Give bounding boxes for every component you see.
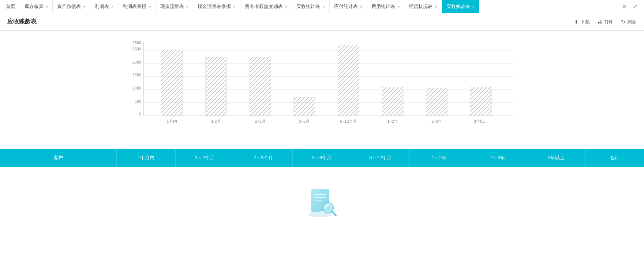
tab-bar-actions: ✕ ⤢ xyxy=(617,2,643,11)
tab-receivable-stats[interactable]: 应收统计表 × xyxy=(292,0,329,13)
table-header: 客户 1个月内 1～2个月 2～3个月 3～6个月 6～12个月 1～2年 2～… xyxy=(0,149,644,167)
window-close-icon[interactable]: ✕ xyxy=(621,2,628,11)
svg-text:2000: 2000 xyxy=(132,60,141,64)
refresh-label: 刷新 xyxy=(627,19,637,25)
tab-payable-stats-label: 应付统计表 xyxy=(334,3,358,10)
svg-text:0: 0 xyxy=(139,112,141,116)
tab-expense-stats-label: 费用统计表 xyxy=(371,3,395,10)
svg-line-29 xyxy=(332,211,336,216)
tab-profit-label: 利润表 xyxy=(95,3,109,10)
tab-receivable-stats-label: 应收统计表 xyxy=(296,3,320,10)
download-label: 下载 xyxy=(580,19,590,25)
tab-equity-close[interactable]: × xyxy=(285,4,287,9)
table-body xyxy=(0,167,644,263)
page-actions: ⬇ 下载 🖨 打印 ↻ 刷新 xyxy=(574,19,637,25)
tab-cashflow-quarterly[interactable]: 现金流量表季报 × xyxy=(193,0,240,13)
tab-receivable-stats-close[interactable]: × xyxy=(322,4,325,9)
chart-area: 0 500 1000 1500 2000 2500 2500 1月内 1-2月 xyxy=(0,31,644,149)
bar-6-12month xyxy=(338,45,359,115)
th-6-12month: 6～12个月 xyxy=(351,149,410,167)
tab-profit-quarterly[interactable]: 利润表季报 × xyxy=(118,0,156,13)
svg-text:1500: 1500 xyxy=(132,73,141,77)
tab-balance-sheet-close[interactable]: × xyxy=(83,4,85,9)
tab-expense-stats[interactable]: 费用统计表 × xyxy=(367,0,404,13)
download-icon: ⬇ xyxy=(574,19,579,25)
th-1month: 1个月内 xyxy=(117,149,175,167)
svg-text:500: 500 xyxy=(135,99,141,103)
tab-cashflow[interactable]: 现金流量表 × xyxy=(156,0,193,13)
page-header: 应收账龄表 ⬇ 下载 🖨 打印 ↻ 刷新 xyxy=(0,13,644,31)
bar-1-2month xyxy=(205,57,226,115)
svg-text:1-2月: 1-2月 xyxy=(211,119,221,123)
tab-equity-label: 所有者权益变动表 xyxy=(245,3,283,10)
tab-home[interactable]: 首页 xyxy=(1,0,20,13)
tab-cashflow-label: 现金流量表 xyxy=(160,3,184,10)
tab-receivable-aging-label: 应收账龄表 xyxy=(446,3,470,10)
svg-text:3~6月: 3~6月 xyxy=(299,119,310,123)
refresh-button[interactable]: ↻ 刷新 xyxy=(621,19,637,25)
svg-text:1~2年: 1~2年 xyxy=(387,119,398,123)
page-title: 应收账龄表 xyxy=(7,18,37,26)
bar-1month xyxy=(161,50,183,116)
th-total: 合计 xyxy=(586,149,644,167)
svg-text:6~12个月: 6~12个月 xyxy=(340,119,357,123)
svg-point-30 xyxy=(325,205,327,207)
tab-receivable-aging-close[interactable]: × xyxy=(472,4,475,9)
tab-inventory[interactable]: 库存核算 × xyxy=(20,0,53,13)
refresh-icon: ↻ xyxy=(621,19,625,25)
th-3-6month: 3～6个月 xyxy=(293,149,351,167)
tab-inventory-label: 库存核算 xyxy=(25,3,44,10)
tab-operation-label: 经营状况表 xyxy=(409,3,433,10)
tab-payable-stats-close[interactable]: × xyxy=(360,4,362,9)
svg-text:2500: 2500 xyxy=(132,47,141,51)
main-content: 0 500 1000 1500 2000 2500 2500 1月内 1-2月 xyxy=(0,31,644,263)
tab-equity[interactable]: 所有者权益变动表 × xyxy=(240,0,292,13)
tab-expense-stats-close[interactable]: × xyxy=(397,4,400,9)
tab-cashflow-quarterly-close[interactable]: × xyxy=(233,4,235,9)
tab-home-label: 首页 xyxy=(6,3,15,10)
th-1-2year: 1～2年 xyxy=(410,149,468,167)
bar-1-2year xyxy=(382,87,403,115)
svg-text:2500: 2500 xyxy=(132,41,141,45)
tab-bar: 首页 库存核算 × 资产负债表 × 利润表 × 利润表季报 × 现金流量表 × … xyxy=(0,0,644,13)
th-2-3month: 2～3个月 xyxy=(234,149,293,167)
tab-profit-close[interactable]: × xyxy=(111,4,113,9)
th-1-2month: 1～2个月 xyxy=(176,149,234,167)
tab-cashflow-quarterly-label: 现金流量表季报 xyxy=(198,3,231,10)
th-3year-plus: 3年以上 xyxy=(527,149,586,167)
tab-cashflow-close[interactable]: × xyxy=(186,4,188,9)
th-2-3year: 2～3年 xyxy=(468,149,527,167)
download-button[interactable]: ⬇ 下载 xyxy=(574,19,590,25)
print-button[interactable]: 🖨 打印 xyxy=(597,19,614,25)
svg-text:3年以上: 3年以上 xyxy=(474,119,488,123)
tab-profit-quarterly-label: 利润表季报 xyxy=(123,3,146,10)
empty-state xyxy=(295,178,349,229)
tab-balance-sheet[interactable]: 资产负债表 × xyxy=(53,0,90,13)
print-icon: 🖨 xyxy=(597,19,602,25)
bar-3-6month xyxy=(294,97,315,115)
tab-operation-close[interactable]: × xyxy=(435,4,437,9)
tab-profit[interactable]: 利润表 × xyxy=(90,0,118,13)
tab-receivable-aging[interactable]: 应收账龄表 × xyxy=(442,0,479,13)
bar-2-3year xyxy=(426,88,448,115)
print-label: 打印 xyxy=(604,19,614,25)
window-maximize-icon[interactable]: ⤢ xyxy=(631,2,639,11)
tab-profit-quarterly-close[interactable]: × xyxy=(149,4,151,9)
empty-state-icon xyxy=(302,185,342,222)
bar-3year-plus xyxy=(471,87,492,115)
tab-inventory-close[interactable]: × xyxy=(46,4,48,9)
tab-payable-stats[interactable]: 应付统计表 × xyxy=(330,0,367,13)
svg-text:1000: 1000 xyxy=(132,86,141,90)
tab-operation[interactable]: 经营状况表 × xyxy=(404,0,442,13)
svg-text:2~3月: 2~3月 xyxy=(255,119,266,123)
th-customer: 客户 xyxy=(0,149,117,167)
svg-text:1月内: 1月内 xyxy=(167,119,177,123)
aging-chart: 0 500 1000 1500 2000 2500 2500 1月内 1-2月 xyxy=(22,38,622,140)
svg-text:2~3年: 2~3年 xyxy=(431,119,442,123)
tab-balance-sheet-label: 资产负债表 xyxy=(57,3,81,10)
bar-2-3month xyxy=(250,57,271,115)
